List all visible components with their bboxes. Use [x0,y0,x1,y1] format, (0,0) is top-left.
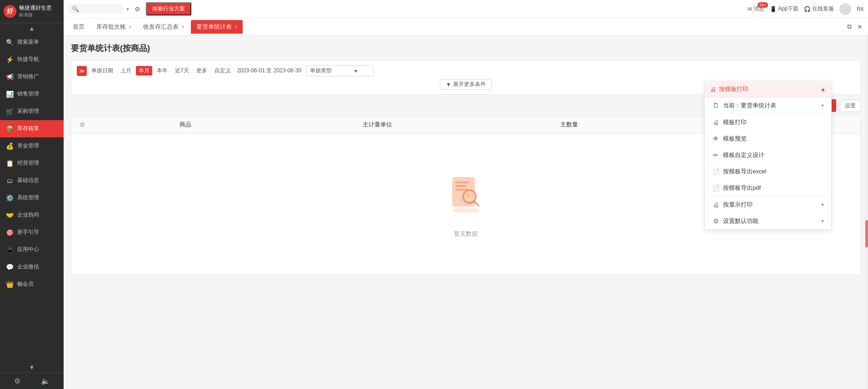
dropdown-export-excel[interactable]: 📄 按模板导出excel [705,163,831,180]
sidebar-item-search[interactable]: 🔍 搜索菜单 [0,34,64,51]
sidebar-item-label: 新手引导 [17,228,39,236]
member-icon: 👑 [5,280,14,288]
message-action[interactable]: ✉ 消息 99+ [748,5,764,13]
table-settings-col: ⚙ [75,116,90,133]
topbar-search-icon: 🔍 [72,5,79,12]
message-badge: 99+ [758,2,768,8]
footer-sound-icon[interactable]: 🔈 [41,377,50,385]
app-center-icon: 📱 [5,246,14,254]
settings-button[interactable]: 设置 [840,100,861,112]
dropdown-export-pdf[interactable]: 📄 按模板导出pdf [705,180,831,196]
dropdown-display-print[interactable]: 🖨 按显示打印 ▾ [705,197,831,213]
scrollbar[interactable] [865,35,868,389]
sidebar-item-quick-nav[interactable]: ⚡ 快捷导航 [0,51,64,68]
sidebar-item-marketing[interactable]: 📢 营销推广 [0,68,64,86]
app-name: 畅捷通好生意 [19,5,52,12]
date-7days[interactable]: 近7天 [172,66,192,76]
tab-receipt-summary-close[interactable]: × [181,24,184,30]
type-filter-select[interactable]: 单据类型 ▾ [306,65,374,76]
topbar-chevron-icon[interactable]: ▾ [126,6,129,12]
topbar-gear-icon[interactable]: ⚙ [135,5,140,13]
dropdown-default-func[interactable]: ⚙ 设置默认功能 ▾ [705,213,831,229]
topbar-search-input[interactable] [81,6,117,12]
tab-close-all-icon[interactable]: ✕ [855,22,864,31]
table-settings-icon[interactable]: ⚙ [80,121,85,128]
export-excel-label: 按模板导出excel [723,167,766,176]
sidebar-item-label: 基础信息 [17,177,39,184]
tab-receipt-summary[interactable]: 收发存汇总表 × [138,20,190,34]
trial-button[interactable]: 体验行业方案 [146,2,191,15]
dropdown-template-preview[interactable]: 👁 模板预览 [705,131,831,147]
sidebar-item-newbie[interactable]: 🎯 新手引导 [0,224,64,241]
sidebar-scroll-up[interactable]: ▲ [0,23,64,34]
display-print-arrow: ▾ [821,202,824,208]
sidebar-item-member[interactable]: 👑 畅会员 [0,276,64,293]
sidebar-item-cooperation[interactable]: 🤝 企业协同 [0,207,64,224]
filter-expand-button[interactable]: ≫ [77,66,87,76]
user-avatar[interactable] [839,3,851,15]
sidebar-item-finance[interactable]: 💰 资金管理 [0,137,64,155]
date-last-month[interactable]: 上月 [118,66,134,76]
empty-illustration [443,170,489,224]
sidebar-item-inventory[interactable]: 📦 库存核算 [0,120,64,137]
empty-text: 暂无数据 [454,230,478,238]
template-preview-label: 模板预览 [723,135,747,143]
tab-home[interactable]: 首页 [67,20,90,34]
svg-point-0 [452,207,479,213]
template-preview-icon: 👁 [712,135,719,142]
filter-row-main: ≫ 单据日期 上月 本月 本年 近7天 更多 自定义 2023-06-01 至 … [77,65,855,76]
type-filter-label: 单据类型 [310,67,332,75]
tab-home-label: 首页 [73,23,85,31]
topbar-actions: ✉ 消息 99+ 📱 App下载 🎧 在线客服 Rit [748,3,863,15]
date-custom[interactable]: 自定义 [212,66,234,76]
dropdown-current-template[interactable]: 🗒 当前：要货单统计表 ▾ [705,97,831,114]
tab-order-stats[interactable]: 要货单统计表 × [191,20,243,34]
default-func-label: 设置默认功能 [723,217,758,225]
dropdown-collapse-icon[interactable]: ▲ [820,86,826,92]
svg-rect-3 [455,185,467,187]
col-unit: 主计量单位 [281,116,473,133]
expand-more-button[interactable]: ▼ 展开更多条件 [440,79,492,90]
topbar-search-box[interactable]: 🔍 [68,4,123,14]
dropdown-title-label: 按模板打印 [719,85,748,93]
tab-order-stats-close[interactable]: × [234,24,237,30]
sidebar-item-label: 经营管理 [17,159,39,167]
tab-minimize-icon[interactable]: ⧉ [845,22,853,31]
sidebar-item-app-center[interactable]: 📱 应用中心 [0,241,64,258]
tab-inventory-batch-close[interactable]: × [129,24,131,30]
date-this-month[interactable]: 本月 [136,66,152,76]
date-range-display: 2023-06-01 至 2023-06-30 [237,67,301,75]
tab-receipt-summary-label: 收发存汇总表 [143,23,179,31]
phone-icon: 📱 [770,6,777,12]
sidebar-item-label: 采购管理 [17,107,39,115]
cooperation-icon: 🤝 [5,211,14,219]
sidebar-scroll-down[interactable]: ▼ [0,362,64,373]
svg-rect-2 [455,182,469,183]
sidebar-item-label: 系统管理 [17,194,39,202]
sales-icon: 📊 [5,90,14,98]
template-print-dropdown: 🖨 按模板打印 ▲ 🗒 当前：要货单统计表 ▾ 🖨 模板打印 👁 模板预览 ✏ [704,81,832,230]
sidebar-item-operation[interactable]: 📋 经营管理 [0,155,64,172]
date-more[interactable]: 更多 [194,66,210,76]
sidebar-item-sales[interactable]: 📊 销售管理 [0,86,64,103]
dropdown-template-print[interactable]: 🖨 模板打印 [705,114,831,131]
display-print-icon: 🖨 [712,201,719,208]
sidebar-item-basic[interactable]: 🗂 基础信息 [0,172,64,189]
sidebar-item-system[interactable]: ⚙️ 系统管理 [0,189,64,207]
page-content: 要货单统计表(按商品) ≫ 单据日期 上月 本月 本年 近7天 更多 自定义 2… [64,35,868,389]
app-download-action[interactable]: 📱 App下载 [770,5,798,13]
footer-settings-icon[interactable]: ⚙ [14,377,20,385]
username-label: Rit [857,6,863,12]
tab-inventory-batch[interactable]: 库存批次账 × [91,20,137,34]
default-func-icon: ⚙ [712,217,719,225]
current-template-icon: 🗒 [712,102,719,109]
sidebar-item-purchase[interactable]: 🛒 采购管理 [0,103,64,120]
date-options: 上月 本月 本年 近7天 更多 自定义 2023-06-01 至 2023-06… [118,66,301,76]
dropdown-template-custom[interactable]: ✏ 模板自定义设计 [705,147,831,163]
main-content: 🔍 ▾ ⚙ 体验行业方案 ✉ 消息 99+ 📱 App下载 🎧 在线客服 Rit [64,0,868,389]
online-service-action[interactable]: 🎧 在线客服 [804,5,834,13]
date-this-year[interactable]: 本年 [154,66,170,76]
date-filter-label: 单据日期 [91,67,113,75]
finance-icon: 💰 [5,142,14,150]
sidebar-item-wechat[interactable]: 💬 企业微信 [0,258,64,276]
